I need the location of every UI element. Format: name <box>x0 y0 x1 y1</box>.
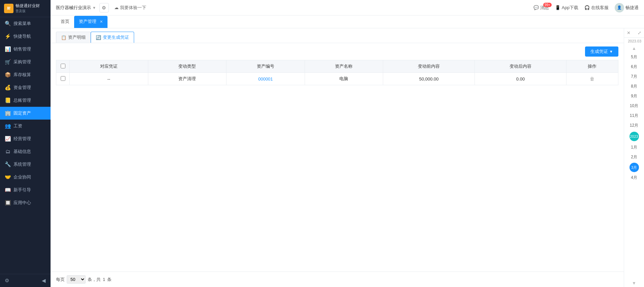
sidebar: 财 畅捷通好业财 普及版 🔍 搜索菜单 ⚡ 快捷导航 📊 销售管理 🛒 采购管理… <box>0 0 51 287</box>
content-inner: 📋 资产明细 🔄 变更生成凭证 生成凭证 ▼ <box>51 28 624 287</box>
company-name: 医疗器械行业演示 <box>56 5 91 11</box>
topbar: 医疗器械行业演示 ▼ ⚙ ☁ 我要体验一下 💬 消息 99+ 📱 App下载 🎧… <box>51 0 644 15</box>
tab-home[interactable]: 首页 <box>56 16 74 28</box>
tab-asset-close-icon[interactable]: ✕ <box>100 20 103 24</box>
sidebar-item-label: 快捷导航 <box>13 33 31 39</box>
detail-tab-icon: 📋 <box>61 35 66 40</box>
sidebar-item-ledger[interactable]: 📒 总账管理 <box>0 94 51 107</box>
user-name: 畅捷通 <box>625 5 639 11</box>
col-after: 变动后内容 <box>475 60 566 73</box>
sidebar-item-inventory[interactable]: 📦 库存核算 <box>0 68 51 81</box>
app-download-button[interactable]: 📱 App下载 <box>555 5 578 11</box>
date-panel-close-icon[interactable]: ✕ <box>627 30 631 35</box>
sidebar-item-apps[interactable]: 🔲 应用中心 <box>0 196 51 209</box>
date-scroll-down-button[interactable]: ▼ <box>624 279 644 287</box>
collapse-sidebar-icon[interactable]: ◀ <box>42 278 46 284</box>
sidebar-item-finance[interactable]: 💰 资金管理 <box>0 81 51 94</box>
search-icon: 🔍 <box>5 21 11 27</box>
collab-icon: 🤝 <box>5 174 11 180</box>
date-panel: ✕ ⤢ 2023.03 ▲ 5月 6月 7月 8月 9月 10月 11月 12月… <box>624 28 644 287</box>
month-8[interactable]: 8月 <box>624 82 644 91</box>
sidebar-item-guide[interactable]: 📖 新手引导 <box>0 184 51 196</box>
sidebar-item-purchase[interactable]: 🛒 采购管理 <box>0 56 51 68</box>
row-checkbox[interactable] <box>61 76 65 81</box>
cloud-icon: ☁ <box>114 5 119 10</box>
sidebar-item-search[interactable]: 🔍 搜索菜单 <box>0 17 51 30</box>
sub-tab-detail[interactable]: 📋 资产明细 <box>56 32 91 43</box>
sidebar-item-payroll[interactable]: 👥 工资 <box>0 120 51 132</box>
user-avatar-button[interactable]: 👤 畅捷通 <box>615 3 639 12</box>
date-scroll-up-button[interactable]: ▲ <box>624 44 644 52</box>
month-12[interactable]: 12月 <box>624 121 644 130</box>
month-2[interactable]: 2月 <box>624 152 644 162</box>
nav-tabs: 首页 资产管理 ✕ <box>51 15 644 28</box>
settings-bottom-icon[interactable]: ⚙ <box>5 278 9 284</box>
per-page-unit: 条，共 <box>88 277 101 283</box>
month-5[interactable]: 5月 <box>624 52 644 62</box>
per-page-select[interactable]: 50 10 20 100 <box>67 275 86 284</box>
total-unit: 条 <box>107 277 112 283</box>
payroll-icon: 👥 <box>5 123 11 129</box>
date-panel-header: ✕ ⤢ <box>624 28 644 38</box>
month-11[interactable]: 11月 <box>624 111 644 121</box>
sidebar-item-sales[interactable]: 📊 销售管理 <box>0 43 51 56</box>
table-row: -- 资产清理 000001 电脑 50,000.00 0.00 🗑 <box>56 73 618 85</box>
select-all-checkbox[interactable] <box>61 64 65 68</box>
month-9[interactable]: 9月 <box>624 91 644 101</box>
sub-tab-change[interactable]: 🔄 变更生成凭证 <box>91 32 134 43</box>
pagination: 每页 50 10 20 100 条，共 1 条 <box>51 272 624 287</box>
sidebar-item-label: 搜索菜单 <box>13 21 31 27</box>
app-download-label: App下载 <box>562 5 578 11</box>
sidebar-item-label: 固定资产 <box>13 110 31 116</box>
col-asset-name: 资产名称 <box>305 60 383 73</box>
sidebar-item-label: 基础信息 <box>13 149 31 155</box>
sidebar-item-fixedasset[interactable]: 🏢 固定资产 <box>0 107 51 120</box>
month-6[interactable]: 6月 <box>624 62 644 72</box>
col-voucher: 对应凭证 <box>70 60 148 73</box>
col-action: 操作 <box>566 60 618 73</box>
month-3-active[interactable]: 3月 <box>630 163 639 172</box>
month-4[interactable]: 4月 <box>624 173 644 183</box>
company-selector[interactable]: 医疗器械行业演示 ▼ <box>56 5 96 11</box>
col-checkbox <box>56 60 70 73</box>
month-1[interactable]: 1月 <box>624 142 644 152</box>
per-page-label: 每页 <box>56 277 65 283</box>
change-tab-icon: 🔄 <box>96 35 101 40</box>
date-panel-expand-icon[interactable]: ⤢ <box>638 30 641 35</box>
tab-asset[interactable]: 资产管理 ✕ <box>74 16 108 28</box>
experience-button[interactable]: ☁ 我要体验一下 <box>114 5 146 11</box>
sidebar-item-label: 工资 <box>13 123 22 129</box>
sub-tab-change-label: 变更生成凭证 <box>103 34 129 40</box>
month-10[interactable]: 10月 <box>624 101 644 111</box>
toolbar: 生成凭证 ▼ <box>51 43 624 60</box>
col-type: 变动类型 <box>148 60 226 73</box>
system-icon: 🔧 <box>5 161 11 167</box>
sidebar-item-label: 总账管理 <box>13 97 31 103</box>
logo-icon: 财 <box>4 4 13 13</box>
sidebar-item-label: 采购管理 <box>13 59 31 65</box>
sidebar-bottom: ⚙ ◀ <box>0 274 51 287</box>
sidebar-item-collab[interactable]: 🤝 企业协同 <box>0 171 51 184</box>
company-settings-button[interactable]: ⚙ <box>99 3 109 12</box>
generate-voucher-button[interactable]: 生成凭证 ▼ <box>585 46 618 57</box>
ledger-icon: 📒 <box>5 97 11 103</box>
delete-row-icon[interactable]: 🗑 <box>590 76 594 82</box>
service-icon: 🎧 <box>584 5 590 10</box>
total-count: 1 <box>103 277 105 282</box>
online-service-button[interactable]: 🎧 在线客服 <box>584 5 609 11</box>
row-asset-no[interactable]: 000001 <box>226 73 305 85</box>
year-2023-badge[interactable]: 2023 <box>630 132 639 141</box>
month-7[interactable]: 7月 <box>624 72 644 82</box>
sidebar-item-system[interactable]: 🔧 系统管理 <box>0 158 51 171</box>
sidebar-item-basic[interactable]: 🗂 基础信息 <box>0 145 51 158</box>
sidebar-item-operations[interactable]: 📈 经营管理 <box>0 132 51 145</box>
row-asset-name: 电脑 <box>305 73 383 85</box>
sidebar-item-label: 新手引导 <box>13 187 31 193</box>
messages-button[interactable]: 💬 消息 99+ <box>533 5 549 11</box>
guide-icon: 📖 <box>5 187 11 193</box>
sub-tabs: 📋 资产明细 🔄 变更生成凭证 <box>51 28 624 43</box>
table-wrapper: 对应凭证 变动类型 资产编号 资产名称 <box>51 60 624 272</box>
online-service-label: 在线客服 <box>591 5 609 11</box>
gear-icon: ⚙ <box>102 5 106 10</box>
sidebar-item-quicknav[interactable]: ⚡ 快捷导航 <box>0 30 51 43</box>
